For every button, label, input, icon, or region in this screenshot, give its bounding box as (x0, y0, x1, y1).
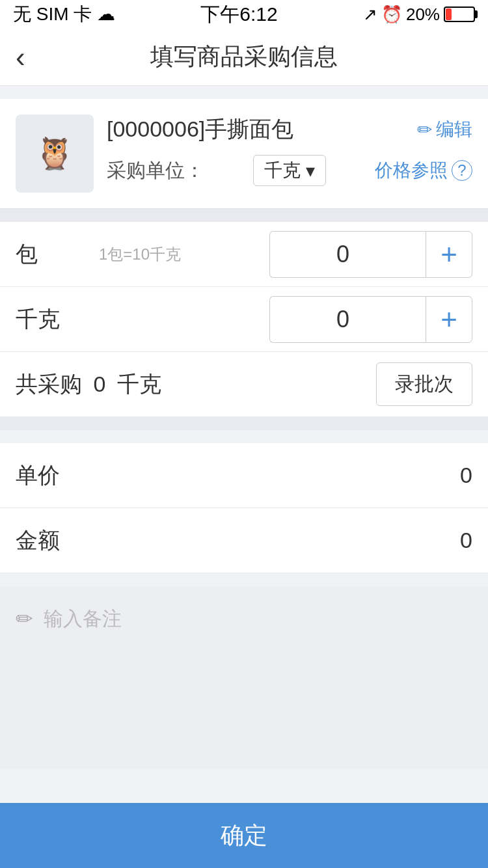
kg-input-right: + (269, 296, 472, 343)
summary-amount: 0 (93, 372, 105, 396)
confirm-button[interactable]: 确定 (0, 803, 488, 868)
status-right: ↗ ⏰ 20% (363, 5, 475, 25)
status-bar: 无 SIM 卡 ☁ 下午6:12 ↗ ⏰ 20% (0, 0, 488, 29)
unit-price-label: 单价 (16, 461, 60, 491)
confirm-label: 确定 (221, 820, 267, 852)
kg-plus-button[interactable]: + (426, 296, 472, 343)
status-time: 下午6:12 (200, 1, 277, 28)
price-section: 单价 0 金额 0 (0, 443, 488, 573)
summary-row: 共采购 0 千克 录批次 (0, 352, 488, 417)
back-button[interactable]: ‹ (16, 43, 25, 72)
unit-price-row: 单价 0 (0, 443, 488, 508)
input-section: 包 1包=10千克 + 千克 + 共采购 0 千克 录批次 (0, 222, 488, 417)
price-ref-label: 价格参照 (375, 158, 448, 183)
alarm-icon: ⏰ (381, 5, 402, 25)
pencil-icon: ✏ (16, 606, 33, 631)
edit-icon: ✏ (417, 119, 432, 141)
content-bottom (0, 651, 488, 768)
bag-sublabel: 1包=10千克 (99, 244, 181, 265)
kg-label: 千克 (16, 305, 94, 334)
kg-quantity-input[interactable] (269, 296, 426, 343)
edit-label: 编辑 (436, 117, 472, 142)
summary-text: 共采购 0 千克 (16, 370, 161, 400)
amount-row: 金额 0 (0, 508, 488, 573)
unit-value: 千克 (264, 158, 301, 183)
unit-label: 采购单位： (107, 157, 204, 184)
product-owl-logo: 🦉 (35, 135, 74, 172)
amount-value: 0 (460, 528, 472, 553)
price-ref-button[interactable]: 价格参照 ? (375, 158, 472, 183)
product-card: 🦉 [0000006]手撕面包 ✏ 编辑 采购单位： 千克 ▾ 价格参照 ? (0, 99, 488, 209)
record-batch-button[interactable]: 录批次 (376, 362, 472, 406)
product-info: [0000006]手撕面包 ✏ 编辑 采购单位： 千克 ▾ 价格参照 ? (107, 115, 472, 186)
section-divider-1 (0, 209, 488, 222)
bag-input-right: + (269, 231, 472, 278)
bag-quantity-input[interactable] (269, 231, 426, 278)
product-name: [0000006]手撕面包 (107, 115, 293, 144)
amount-label: 金额 (16, 526, 60, 556)
status-left: 无 SIM 卡 ☁ (13, 2, 115, 27)
sim-label: 无 SIM 卡 ☁ (13, 2, 115, 27)
edit-button[interactable]: ✏ 编辑 (417, 117, 472, 142)
battery-icon (444, 7, 475, 22)
unit-select[interactable]: 千克 ▾ (253, 155, 326, 186)
help-icon: ? (452, 160, 472, 181)
bag-input-row: 包 1包=10千克 + (0, 222, 488, 287)
summary-unit: 千克 (117, 372, 161, 396)
location-icon: ↗ (363, 5, 377, 25)
battery-percent: 20% (406, 5, 440, 25)
note-placeholder: 输入备注 (44, 606, 122, 632)
bag-label: 包 (16, 239, 94, 269)
page-title: 填写商品采购信息 (150, 41, 338, 73)
unit-price-value: 0 (460, 463, 472, 488)
chevron-down-icon: ▾ (306, 160, 315, 182)
summary-label: 共采购 (16, 372, 82, 396)
nav-bar: ‹ 填写商品采购信息 (0, 29, 488, 86)
unit-row: 采购单位： 千克 ▾ 价格参照 ? (107, 155, 472, 186)
product-thumbnail: 🦉 (16, 115, 94, 193)
bag-plus-button[interactable]: + (426, 231, 472, 278)
product-name-row: [0000006]手撕面包 ✏ 编辑 (107, 115, 472, 144)
kg-input-row: 千克 + (0, 287, 488, 352)
note-section[interactable]: ✏ 输入备注 (0, 586, 488, 651)
section-divider-2 (0, 417, 488, 430)
